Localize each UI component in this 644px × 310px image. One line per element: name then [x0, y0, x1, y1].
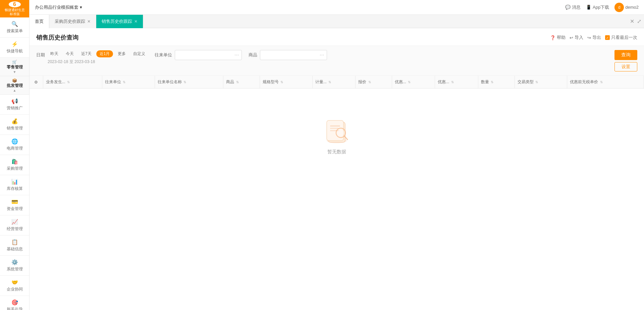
empty-state: 暂无数据 — [30, 89, 644, 182]
th-product: 商品 ⇅ — [223, 76, 260, 89]
source-unit-dots-icon: ··· — [234, 52, 239, 58]
ecommerce-icon: 🌐 — [11, 138, 18, 145]
user-name: demo2 — [625, 5, 639, 10]
close-all-tabs-icon[interactable]: ✕ — [630, 18, 634, 24]
th-quantity-label: 数量 — [481, 80, 489, 84]
tab-home-label: 首页 — [35, 18, 44, 24]
tab-purchase-close-icon[interactable]: ✕ — [87, 19, 91, 24]
sidebar-item-cooperation[interactable]: 🤝 企业协同 — [0, 276, 29, 296]
page-title: 销售历史价查询 — [36, 34, 78, 42]
sidebar-item-retail[interactable]: 🛒 零售管理 ▼ — [0, 58, 29, 76]
th-unit-code-label: 往来单位 — [105, 80, 121, 84]
page-content: 销售历史价查询 ❓ 帮助 ↩ 导入 ↪ 导出 ✓ 只看最后一次 — [30, 28, 644, 310]
tab-home[interactable]: 首页 — [30, 15, 49, 28]
topbar-right: 💬 消息 📱 App下载 d demo2 — [565, 3, 639, 12]
th-discount2: 优惠... ⇅ — [435, 76, 478, 89]
sidebar-item-inventory[interactable]: 📊 库存核算 — [0, 175, 29, 195]
sort-unit-name-icon[interactable]: ⇅ — [183, 80, 186, 84]
sidebar-item-system[interactable]: ⚙️ 系统管理 — [0, 256, 29, 276]
sidebar-item-inventory-label: 库存核算 — [7, 186, 23, 192]
tab-purchase-history[interactable]: 采购历史价跟踪 ✕ — [49, 15, 96, 28]
page-header: 销售历史价查询 ❓ 帮助 ↩ 导入 ↪ 导出 ✓ 只看最后一次 — [30, 28, 644, 46]
date-btn-last1month[interactable]: 近1月 — [96, 50, 113, 57]
th-discount1-label: 优惠... — [395, 80, 406, 84]
app-download-label: App下载 — [593, 4, 609, 10]
user-profile[interactable]: d demo2 — [614, 3, 639, 12]
sidebar-item-purchase-label: 采购管理 — [7, 166, 23, 171]
operations-icon: 📈 — [11, 219, 18, 225]
sidebar-item-ecommerce[interactable]: 🌐 电商管理 — [0, 135, 29, 155]
cooperation-icon: 🤝 — [11, 279, 18, 286]
tab-sales-close-icon[interactable]: ✕ — [134, 19, 138, 24]
svg-point-7 — [337, 130, 344, 136]
sort-quantity-icon[interactable]: ⇅ — [491, 80, 493, 84]
th-price: 报价 ⇅ — [356, 76, 392, 89]
sidebar-item-operations[interactable]: 📈 经营管理 — [0, 215, 29, 236]
sidebar-item-guide[interactable]: 🎯 新手引导 — [0, 296, 29, 310]
app-download-button[interactable]: 📱 App下载 — [586, 4, 609, 10]
sidebar-item-basic-info[interactable]: 📋 基础信息 — [0, 236, 29, 256]
tab-sales-history[interactable]: 销售历史价跟踪 ✕ — [96, 15, 143, 28]
export-button[interactable]: ↪ 导出 — [587, 35, 601, 41]
sidebar: 6 畅捷通好生意标准版 🔍 搜索菜单 ⚡ 快捷导航 🛒 零售管理 ▼ 📦 批发管… — [0, 0, 30, 310]
date-btn-custom[interactable]: 自定义 — [130, 50, 148, 58]
th-unit-code: 往来单位 ⇅ — [102, 76, 155, 89]
message-button[interactable]: 💬 消息 — [565, 4, 581, 10]
sort-price-icon[interactable]: ⇅ — [368, 80, 371, 84]
sidebar-item-marketing-label: 营销推广 — [7, 105, 23, 111]
topbar: 办公用品行业模拟账套 ▾ 💬 消息 📱 App下载 d demo2 — [30, 0, 644, 15]
date-filter-group: 日期 昨天 今天 近7天 近1月 更多 自定义 2023-02-18 至 202… — [36, 50, 148, 65]
sidebar-item-marketing[interactable]: 📢 营销推广 — [0, 95, 29, 115]
sort-product-icon[interactable]: ⇅ — [236, 80, 239, 84]
sort-unit-icon[interactable]: ⇅ — [328, 80, 331, 84]
product-filter-group: 商品 ··· — [249, 50, 327, 60]
help-button[interactable]: ❓ 帮助 — [550, 35, 566, 41]
query-button[interactable]: 查询 — [614, 50, 637, 60]
table-settings-icon[interactable]: ⚙ — [34, 80, 38, 85]
only-last-checkbox[interactable]: ✓ 只看最后一次 — [605, 35, 637, 41]
help-icon: ❓ — [550, 35, 555, 40]
table-header-row: ⚙ 业务发生... ⇅ 往来单位 ⇅ 往来单位名称 ⇅ — [30, 76, 644, 89]
sidebar-item-wholesale[interactable]: 📦 批发管理 ▲ — [0, 76, 29, 95]
date-btn-today[interactable]: 今天 — [63, 50, 76, 58]
sidebar-item-purchase[interactable]: 🛍️ 采购管理 — [0, 155, 29, 175]
th-quantity: 数量 ⇅ — [478, 76, 515, 89]
retail-arrow-icon: ▼ — [13, 70, 16, 74]
product-input[interactable]: ··· — [260, 50, 327, 60]
import-button[interactable]: ↩ 导入 — [570, 35, 583, 41]
sidebar-item-quick-nav[interactable]: ⚡ 快捷导航 — [0, 38, 29, 58]
sidebar-item-sales[interactable]: 💰 销售管理 — [0, 115, 29, 135]
maximize-icon[interactable]: ⤢ — [637, 18, 641, 24]
account-dropdown[interactable]: 办公用品行业模拟账套 ▾ — [35, 4, 82, 10]
source-unit-input[interactable]: ··· — [175, 50, 242, 60]
help-label: 帮助 — [557, 35, 566, 41]
sort-discount1-icon[interactable]: ⇅ — [408, 80, 411, 84]
sidebar-item-guide-label: 新手引导 — [7, 307, 23, 310]
svg-rect-4 — [330, 128, 338, 129]
date-btn-more[interactable]: 更多 — [115, 50, 128, 58]
quick-nav-icon: ⚡ — [11, 41, 18, 47]
sidebar-item-ecommerce-label: 电商管理 — [7, 146, 23, 151]
sort-trade-type-icon[interactable]: ⇅ — [535, 80, 538, 84]
sort-discount2-icon[interactable]: ⇅ — [451, 80, 454, 84]
sort-spec-icon[interactable]: ⇅ — [280, 80, 283, 84]
sidebar-item-retail-label: 零售管理 — [7, 64, 23, 70]
date-filter-label: 日期 — [36, 50, 45, 58]
checkbox-checked-icon: ✓ — [605, 35, 610, 40]
date-btn-last7[interactable]: 近7天 — [78, 50, 94, 58]
sort-pre-tax-price-icon[interactable]: ⇅ — [600, 80, 603, 84]
tab-purchase-history-label: 采购历史价跟踪 — [55, 18, 85, 24]
app-download-icon: 📱 — [586, 5, 591, 10]
retail-icon: 🛒 — [12, 60, 17, 64]
sidebar-item-search[interactable]: 🔍 搜索菜单 — [0, 17, 29, 38]
export-label: 导出 — [592, 35, 601, 41]
source-unit-filter-group: 往来单位 ··· — [155, 50, 242, 60]
date-btn-yesterday[interactable]: 昨天 — [48, 50, 61, 58]
sidebar-item-sales-label: 销售管理 — [7, 125, 23, 131]
sidebar-item-finance[interactable]: 💳 资金管理 — [0, 195, 29, 215]
sort-unit-code-icon[interactable]: ⇅ — [123, 80, 125, 84]
inventory-icon: 📊 — [11, 178, 18, 185]
settings-button[interactable]: 设置 — [614, 62, 637, 71]
import-icon: ↩ — [570, 35, 573, 40]
sort-business-date-icon[interactable]: ⇅ — [67, 80, 70, 84]
